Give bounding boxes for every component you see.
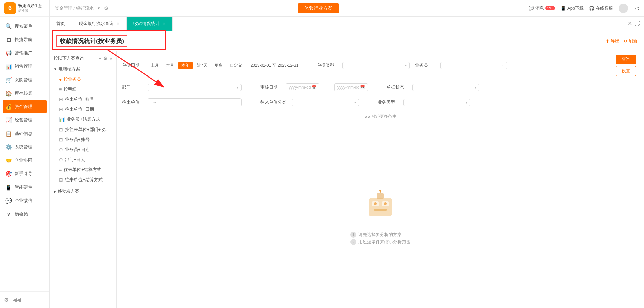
tab-collection[interactable]: 收款情况统计 ✕ xyxy=(127,17,173,31)
settings-scheme-icon[interactable]: ⚙ xyxy=(103,56,108,61)
scheme-item-partner-date[interactable]: ⊞ 往来单位+日期 xyxy=(50,104,116,114)
scheme-group-pc: ▼ 电脑端方案 ● 按业务员 ≡ 按明细 ⊞ 往来单位+账号 xyxy=(50,64,116,185)
maximize-icon[interactable]: ⛶ xyxy=(635,21,640,27)
sidebar-item-search[interactable]: 🔍 搜索菜单 xyxy=(0,19,49,33)
audit-date-end[interactable]: yyyy-mm-dd 📅 xyxy=(334,83,368,91)
date-btn-7days[interactable]: 近7天 xyxy=(194,62,210,69)
sidebar-label-wechat: 企业微信 xyxy=(15,198,32,204)
date-btn-more[interactable]: 更多 xyxy=(212,62,226,69)
dept-select[interactable]: ▾ xyxy=(148,84,241,91)
scheme-item-dept-date[interactable]: ⊙ 部门+日期 xyxy=(50,155,116,165)
sidebar-item-member[interactable]: V 畅会员 xyxy=(0,207,49,221)
sidebar-item-system[interactable]: ⚙️ 系统管理 xyxy=(0,140,49,154)
audit-date-label: 审核日期 xyxy=(260,84,280,90)
audit-date-start[interactable]: yyyy-mm-dd 📅 xyxy=(286,83,319,91)
settings-button[interactable]: 设置 xyxy=(616,66,636,76)
export-label: 导出 xyxy=(611,38,620,44)
sidebar-item-hardware[interactable]: 📱 智能硬件 xyxy=(0,181,49,194)
sidebar-bottom: ⚙ ◀◀ xyxy=(0,291,49,308)
partner-dots-icon: ··· xyxy=(153,100,156,105)
query-button[interactable]: 查询 xyxy=(616,55,636,64)
audit-date-end-placeholder: yyyy-mm-dd xyxy=(337,85,359,90)
right-area: 单据日期 上月 本月 本年 近7天 更多 自定义 2023-01-01 至 20… xyxy=(117,51,644,308)
collapse-scheme-icon[interactable]: « xyxy=(110,56,112,61)
sidebar-item-sales[interactable]: 📊 销售管理 xyxy=(0,60,49,73)
bill-status-select[interactable]: ▾ xyxy=(412,84,479,91)
scheme-item-partner-settlement1[interactable]: ≡ 往来单位+结算方式 xyxy=(50,165,116,175)
date-btn-this-year[interactable]: 本年 xyxy=(178,62,193,69)
close-window-icon[interactable]: ✕ xyxy=(628,20,632,27)
sidebar-label-marketing: 营销推广 xyxy=(15,50,32,56)
promo-button[interactable]: 体验行业方案 xyxy=(298,3,339,13)
scheme-item-partner-dept[interactable]: ⊞ 按往来单位+部门+收... xyxy=(50,124,116,135)
scheme-group-mobile-header[interactable]: ▶ 移动端方案 xyxy=(50,186,116,196)
sidebar-item-purchase[interactable]: 🛒 采购管理 xyxy=(0,73,49,87)
dept-arrow-icon: ▾ xyxy=(237,86,238,89)
calendar-start-icon: 📅 xyxy=(311,85,316,90)
header-left: 资金管理 / 银行流水 ▾ ⚙ xyxy=(55,5,108,11)
app-download-btn[interactable]: 📱 App下载 xyxy=(560,5,584,11)
sidebar-item-operation[interactable]: 📈 经营管理 xyxy=(0,113,49,127)
scheme-item-by-detail[interactable]: ≡ 按明细 xyxy=(50,84,116,94)
sidebar-item-shortcut[interactable]: ⊞ 快捷导航 xyxy=(0,33,49,46)
partner-category-arrow-icon: ▾ xyxy=(354,101,356,104)
export-button[interactable]: ⬆ 导出 xyxy=(606,38,620,44)
sidebar-label-hardware: 智能硬件 xyxy=(15,184,32,190)
sidebar-item-basic[interactable]: 📋 基础信息 xyxy=(0,127,49,140)
business-type-select[interactable]: ▾ xyxy=(403,99,470,106)
operation-icon: 📈 xyxy=(5,117,12,123)
scheme-group-pc-header[interactable]: ▼ 电脑端方案 xyxy=(50,64,116,74)
scheme-item-by-salesperson[interactable]: ● 按业务员 xyxy=(50,74,116,84)
sidebar-item-finance[interactable]: 💰 资金管理 xyxy=(3,100,47,113)
tab-bank-close-icon[interactable]: ✕ xyxy=(116,21,120,26)
date-btn-this-month[interactable]: 本月 xyxy=(163,62,177,69)
sidebar-item-enterprise[interactable]: 🤝 企业协同 xyxy=(0,154,49,167)
date-btn-custom[interactable]: 自定义 xyxy=(227,62,245,69)
settings-bottom-icon[interactable]: ⚙ xyxy=(4,297,9,303)
salesperson-account-icon: ⊞ xyxy=(59,137,63,142)
tab-collection-close-icon[interactable]: ✕ xyxy=(162,21,166,26)
avatar[interactable] xyxy=(619,4,628,13)
detail-icon: ≡ xyxy=(59,87,62,92)
audit-date-divider: — xyxy=(325,85,329,90)
filter-row-dept: 部门 ▾ 审核日期 yyyy-mm-dd 📅 — yyyy-mm-dd 📅 xyxy=(117,80,644,95)
scheme-item-salesperson-settlement[interactable]: 📊 业务员+结算方式 xyxy=(50,114,116,124)
svg-point-5 xyxy=(384,202,387,205)
partner-date-icon: ⊞ xyxy=(59,107,63,112)
header-settings-icon[interactable]: ⚙ xyxy=(104,5,108,11)
sidebar-item-warehouse[interactable]: 🏠 库存核算 xyxy=(0,87,49,100)
dropdown-arrow-icon[interactable]: ▾ xyxy=(98,6,100,11)
hardware-icon: 📱 xyxy=(5,184,12,191)
partner-category-select[interactable]: ▾ xyxy=(292,99,359,106)
message-btn[interactable]: 💬 消息 99+ xyxy=(529,5,555,11)
salesperson-settlement-icon: 📊 xyxy=(59,117,65,122)
bill-type-select[interactable]: ▾ xyxy=(342,62,410,69)
sidebar-item-wechat[interactable]: 💬 企业微信 xyxy=(0,194,49,207)
collapse-up-icon: ∧∧ xyxy=(365,114,371,119)
header-right: 💬 消息 99+ 📱 App下载 🎧 在线客服 Rit xyxy=(529,4,639,13)
logo-badge: 标准版 xyxy=(18,9,42,13)
partner-input[interactable]: ··· xyxy=(148,98,241,106)
sidebar-label-sales: 销售管理 xyxy=(15,63,32,69)
add-scheme-icon[interactable]: + xyxy=(99,56,101,61)
online-service-btn[interactable]: 🎧 在线客服 xyxy=(589,5,613,11)
scheme-item-partner-account[interactable]: ⊞ 往来单位+账号 xyxy=(50,94,116,104)
sidebar-item-marketing[interactable]: 📢 营销推广 xyxy=(0,46,49,60)
sidebar-label-newbie: 新手引导 xyxy=(15,171,32,177)
tab-home[interactable]: 首页 xyxy=(50,17,72,31)
collapse-bar[interactable]: ∧∧ 收起更多条件 xyxy=(117,110,644,123)
date-end: 2023-12-31 xyxy=(278,63,298,68)
collapse-sidebar-icon[interactable]: ◀◀ xyxy=(13,297,21,303)
tab-bank[interactable]: 现金银行流水查询 ✕ xyxy=(72,17,127,31)
scheme-item-partner-settlement2[interactable]: ⊞ 往来单位+结算方式 xyxy=(50,175,116,185)
filter-row-date: 单据日期 上月 本月 本年 近7天 更多 自定义 2023-01-01 至 20… xyxy=(117,51,644,80)
date-btn-last-month[interactable]: 上月 xyxy=(148,62,162,69)
refresh-button[interactable]: ↻ 刷新 xyxy=(624,38,637,44)
scheme-item-salesperson-date[interactable]: ⊙ 业务员+日期 xyxy=(50,145,116,155)
scheme-item-salesperson-account[interactable]: ⊞ 业务员+账号 xyxy=(50,135,116,145)
filter-row-partner: 往来单位 ··· 往来单位分类 ▾ 业务类型 ▾ xyxy=(117,95,644,110)
newbie-icon: 🎯 xyxy=(5,170,12,177)
sidebar-item-newbie[interactable]: 🎯 新手引导 xyxy=(0,167,49,181)
empty-hint-2: 2 用过滤条件来缩小分析范围 xyxy=(350,239,411,245)
salesperson-select[interactable]: ··· xyxy=(440,62,507,69)
